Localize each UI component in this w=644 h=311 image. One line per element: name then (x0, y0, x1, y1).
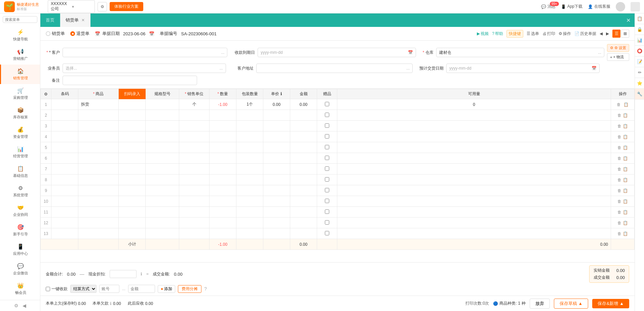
delete-row-icon[interactable]: 🗑 (617, 210, 621, 215)
row-amount-1[interactable]: 0.00 (290, 99, 317, 110)
copy-row-icon[interactable]: 📋 (623, 134, 628, 139)
row-spec-1[interactable] (146, 99, 179, 110)
copy-row-icon[interactable]: 📋 (623, 113, 628, 118)
company-selector[interactable]: XXXXXX公司 ▾ (48, 0, 95, 13)
copy-row-icon[interactable]: 📋 (623, 188, 628, 193)
sidebar-item-wechat[interactable]: 💬 企业微信 (0, 260, 40, 279)
operate-action[interactable]: ⚙操作 (559, 31, 571, 37)
copy-row-icon[interactable]: 📋 (623, 178, 628, 182)
side-panel-btn-5[interactable]: 📝 (635, 56, 644, 67)
date-picker-icon[interactable]: 📅 (149, 31, 154, 36)
one-click-pay-checkbox[interactable] (46, 287, 50, 291)
sidebar-item-sales[interactable]: 🏠 销售管理 (0, 65, 40, 84)
expected-date-input[interactable]: yyyy-mm-dd 📅 (446, 64, 600, 73)
message-button[interactable]: 💬 消息 99+ (541, 4, 556, 9)
copy-row-icon[interactable]: 📋 (623, 231, 628, 236)
sidebar-item-basic-info[interactable]: 📋 基础信息 (0, 162, 40, 182)
side-panel-btn-2[interactable]: 🔒 (635, 24, 644, 35)
delete-row-icon[interactable]: 🗑 (617, 199, 621, 204)
collapse-icon[interactable]: ◀ (23, 303, 26, 308)
save-new-button[interactable]: 保存&新增 ▲ (592, 299, 629, 308)
row-qty-1[interactable]: -1.00 (210, 99, 236, 110)
sidebar-item-enterprise[interactable]: 🤝 企业协同 (0, 201, 40, 221)
delete-row-icon[interactable]: 🗑 (617, 188, 621, 193)
history-action[interactable]: 📄历史单据 (574, 31, 596, 37)
row-unit-1[interactable]: 个 (179, 99, 210, 110)
radio-return[interactable]: 退货单 (70, 31, 89, 37)
customer-input[interactable]: ... (63, 48, 227, 57)
copy-row-icon[interactable]: 📋 (623, 210, 628, 215)
customer-addr-input[interactable]: ... (256, 64, 413, 73)
fenpan-button[interactable]: 费用分摊 (178, 285, 201, 293)
copy-row-icon[interactable]: 📋 (623, 124, 628, 128)
sidebar-item-quick-nav[interactable]: ⚡ 快捷导航 (0, 26, 40, 45)
sidebar-item-marketing[interactable]: 📢 营销推广 (0, 45, 40, 65)
delete-row-icon[interactable]: 🗑 (617, 221, 621, 225)
delete-row-icon[interactable]: 🗑 (617, 167, 621, 171)
receive-date-input[interactable]: yyyy-mm-dd 📅 (258, 48, 416, 57)
delete-row-icon[interactable]: 🗑 (617, 134, 621, 139)
side-panel-btn-7[interactable]: ⭐ (635, 78, 644, 89)
close-window-icon[interactable]: ✕ (626, 17, 631, 24)
sidebar-item-finance[interactable]: 💰 资金管理 (0, 123, 40, 143)
grid-view-btn[interactable]: ⊞ (621, 30, 629, 38)
col-settings[interactable]: ⚙ (41, 89, 51, 99)
save-draft-button[interactable]: 保存草稿 ▲ (554, 299, 589, 309)
copy-row-icon[interactable]: 📋 (623, 199, 628, 204)
sidebar-item-inventory[interactable]: 📦 库存核算 (0, 104, 40, 123)
remark-input[interactable] (63, 76, 197, 85)
row-gift-1[interactable] (317, 99, 337, 110)
shortcut-action[interactable]: 快捷键 (506, 30, 523, 38)
delete-row-icon[interactable]: 🗑 (617, 156, 621, 161)
row-product-1[interactable]: 拆货 (78, 99, 119, 110)
radio-sales[interactable]: 销货单 (46, 31, 65, 37)
tab-sales-order[interactable]: 销货单 ✕ (60, 13, 90, 27)
video-action[interactable]: ▶视频 (477, 31, 489, 37)
copy-row-icon-1[interactable]: 📋 (623, 102, 629, 107)
settings-gear-button[interactable]: ⚙ (98, 2, 107, 11)
sidebar-item-app-center[interactable]: 📱 应用中心 (0, 240, 40, 260)
copy-row-icon[interactable]: 📋 (623, 221, 628, 225)
side-panel-btn-1[interactable]: 📋 (635, 13, 644, 24)
delete-row-icon[interactable]: 🗑 (617, 178, 621, 182)
row-price-1[interactable]: 0.00 (263, 99, 290, 110)
sidebar-item-system[interactable]: ⚙ 系统管理 (0, 182, 40, 201)
print-action[interactable]: 🖨打印 (542, 31, 555, 37)
delete-row-icon[interactable]: 🗑 (617, 124, 621, 128)
row-barcode-1[interactable] (51, 99, 78, 110)
logistics-button[interactable]: + + 物流 (607, 53, 629, 61)
user-menu-button[interactable] (631, 2, 640, 11)
copy-row-icon[interactable]: 📋 (623, 167, 628, 171)
settings-bottom-icon[interactable]: ⚙ (14, 303, 18, 308)
side-panel-btn-8[interactable]: 🔧 (635, 89, 644, 100)
delete-row-icon[interactable]: 🗑 (617, 231, 621, 236)
online-service-button[interactable]: 👤 在线客服 (588, 4, 610, 9)
total-owed-help-icon[interactable]: ℹ (110, 301, 112, 306)
col-scan-btn[interactable]: 扫码录入 (119, 89, 146, 99)
search-input[interactable] (3, 16, 37, 23)
fenpan-help-icon[interactable]: ? (204, 286, 207, 291)
add-payment-button[interactable]: ● 添加 (158, 285, 175, 293)
list-view-btn[interactable]: ☰ (612, 30, 620, 38)
help-action[interactable]: ?帮助 (492, 31, 503, 37)
sidebar-item-guide[interactable]: 🎯 新手引导 (0, 221, 40, 240)
sidebar-item-operations[interactable]: 📊 经营管理 (0, 143, 40, 162)
delete-row-icon[interactable]: 🗑 (617, 113, 621, 118)
side-panel-btn-3[interactable]: 📊 (635, 35, 644, 46)
tab-home[interactable]: 首页 (40, 13, 60, 27)
setup-button[interactable]: ⚙ ⚙ 设置 (607, 44, 629, 52)
discount-input[interactable] (110, 270, 137, 278)
table-container[interactable]: ⚙ 条码 * 商品 扫码录入 规格型号 * 销售单位 * 数量 包装数量 单价 … (40, 89, 635, 262)
app-download-button[interactable]: 📱 App下载 (561, 4, 582, 9)
account-input[interactable] (99, 285, 119, 293)
sidebar-item-member[interactable]: 👑 畅会员 (0, 279, 40, 299)
settlement-method-select[interactable]: 结算方式 (70, 285, 97, 293)
delete-row-icon-1[interactable]: 🗑 (617, 102, 621, 107)
row-pkg-qty-1[interactable]: 1个 (236, 99, 263, 110)
avatar[interactable] (616, 2, 625, 11)
copy-row-icon[interactable]: 📋 (623, 156, 628, 161)
copy-row-icon[interactable]: 📋 (623, 145, 628, 150)
prev-record-icon[interactable]: ◀ (600, 31, 603, 36)
select-action[interactable]: ☰选单 (527, 31, 539, 37)
delete-row-icon[interactable]: 🗑 (617, 145, 621, 150)
